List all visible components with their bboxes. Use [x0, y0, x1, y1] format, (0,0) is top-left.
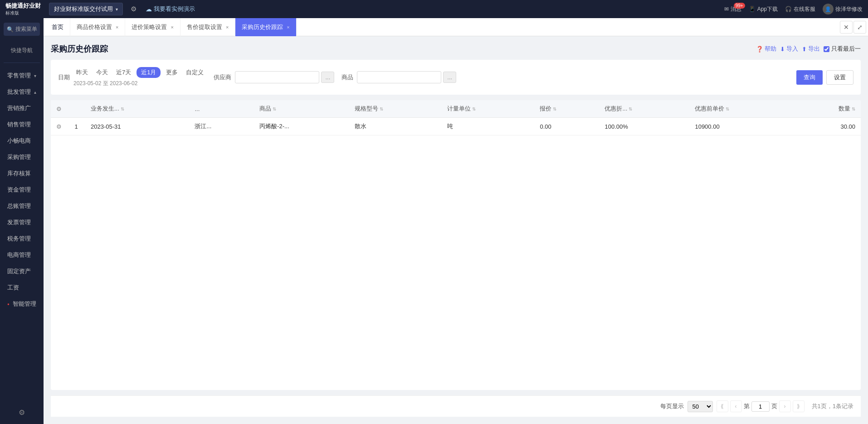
sidebar-item-smart-mgmt-label: 智能管理 [13, 300, 36, 308]
only-last-checkbox[interactable] [824, 46, 829, 52]
tab-price-settings[interactable]: 商品价格设置 × [70, 18, 125, 36]
table-row: ⚙ 1 2023-05-31 浙江... 丙烯酸-2-... 散水 吨 0.00… [51, 118, 861, 135]
date-opt-more[interactable]: 更多 [163, 67, 180, 78]
product-selector[interactable]: 好业财标准版交付试用 ▾ [49, 3, 123, 15]
online-service-item[interactable]: 🎧 在线客服 [785, 5, 815, 13]
search-menu-button[interactable]: 🔍 搜索菜单 [4, 23, 40, 36]
export-link[interactable]: ⬆ 导出 [802, 45, 820, 53]
sidebar-item-marketing[interactable]: 营销推广 [4, 100, 40, 116]
table-header: ⚙ 业务发生...⇅ ... 商品⇅ 规格型号⇅ 计量单位⇅ 报价⇅ 优惠折..… [51, 100, 861, 118]
sidebar-item-sales[interactable]: 销售管理 [4, 116, 40, 133]
page-prev-button[interactable]: ‹ [730, 400, 742, 412]
supplier-more-button[interactable]: ... [321, 72, 334, 83]
tab-history-price-close[interactable]: × [287, 24, 289, 30]
sidebar-item-finance[interactable]: 资金管理 [4, 182, 40, 198]
date-options: 昨天 今天 近7天 近1月 更多 自定义 2023-05-02 至 2023-0… [73, 67, 206, 87]
app-download-label: App下载 [757, 5, 778, 13]
tab-sale-price-close[interactable]: × [226, 24, 229, 30]
supplier-input-group: ... [235, 71, 334, 83]
sort-icon-price[interactable]: ⇅ [553, 106, 556, 111]
row-product: 丙烯酸-2-... [254, 118, 349, 135]
sidebar-settings-button[interactable]: ⚙ [4, 405, 40, 420]
sidebar-item-ecommerce-small[interactable]: 小畅电商 [4, 133, 40, 149]
import-link[interactable]: ⬇ 导入 [780, 45, 798, 53]
tab-home[interactable]: 首页 [45, 18, 70, 36]
settings-button[interactable]: 设置 [826, 70, 853, 85]
sort-icon-spec[interactable]: ⇅ [380, 106, 383, 111]
sidebar-item-retail[interactable]: 零售管理 ▾ [4, 67, 40, 84]
sort-icon-quantity[interactable]: ⇅ [852, 106, 855, 111]
only-last-checkbox-label[interactable]: 只看最后一 [824, 45, 861, 53]
app-download-item[interactable]: 📱 App下载 [749, 5, 778, 13]
col-price-header[interactable]: 报价⇅ [534, 100, 599, 118]
product-more-button[interactable]: ... [443, 72, 456, 83]
chevron-up-icon: ▴ [34, 90, 36, 95]
date-opt-today[interactable]: 今天 [93, 67, 111, 78]
sort-icon-product[interactable]: ⇅ [273, 106, 276, 111]
tab-price-settings-close[interactable]: × [116, 24, 118, 30]
row-gear[interactable]: ⚙ [51, 118, 67, 135]
sidebar-item-inventory[interactable]: 库存核算 [4, 165, 40, 182]
tab-purchase-strategy-close[interactable]: × [171, 24, 173, 30]
date-opt-last7[interactable]: 近7天 [113, 67, 134, 78]
tab-history-price[interactable]: 采购历史价跟踪 × [235, 18, 296, 36]
help-link[interactable]: ❓ 帮助 [756, 45, 776, 53]
top-bar-right: ✉ 消息 99+ 📱 App下载 🎧 在线客服 👤 徐泽华修改 [724, 4, 863, 14]
page-first-button[interactable]: ⟪ [717, 400, 728, 412]
col-pre-discount-price-header[interactable]: 优惠前单价⇅ [689, 100, 795, 118]
sidebar-item-accounting[interactable]: 总账管理 [4, 198, 40, 214]
sidebar-search-area: 🔍 搜索菜单 [0, 18, 44, 40]
page-last-button[interactable]: ⟫ [793, 400, 805, 412]
chevron-down-icon: ▾ [34, 73, 36, 78]
tab-sale-price[interactable]: 售价提取设置 × [180, 18, 235, 36]
col-unit-header[interactable]: 计量单位⇅ [442, 100, 534, 118]
date-filter-group: 日期 昨天 今天 近7天 近1月 更多 自定义 2023-05-02 至 202… [58, 67, 206, 87]
tab-purchase-strategy[interactable]: 进价策略设置 × [125, 18, 180, 36]
sidebar-item-fixed-assets[interactable]: 固定资产 [4, 263, 40, 279]
demo-link[interactable]: 我要看实例演示 [146, 5, 195, 13]
mobile-icon: 📱 [749, 6, 756, 12]
data-table: ⚙ 业务发生...⇅ ... 商品⇅ 规格型号⇅ 计量单位⇅ 报价⇅ 优惠折..… [51, 100, 861, 135]
col-more-header[interactable]: ... [189, 100, 254, 118]
row-price: 0.00 [534, 118, 599, 135]
date-opt-last1m[interactable]: 近1月 [137, 67, 161, 78]
sort-icon-biz-date[interactable]: ⇅ [121, 106, 124, 111]
col-gear-header[interactable]: ⚙ [51, 100, 67, 118]
supplier-input[interactable] [235, 71, 319, 83]
sidebar-item-smart-mgmt[interactable]: 智能管理 [4, 296, 40, 312]
filter-actions: 查询 设置 [796, 70, 853, 85]
col-quantity-header[interactable]: 数量⇅ [796, 100, 861, 118]
page-label: 第 [744, 402, 750, 410]
page-next-button[interactable]: › [779, 400, 791, 412]
sidebar-item-purchase[interactable]: 采购管理 [4, 149, 40, 165]
page-suffix: 页 [771, 402, 777, 410]
col-discount-rate-header[interactable]: 优惠折...⇅ [599, 100, 689, 118]
product-input[interactable] [357, 71, 441, 83]
sidebar-item-invoice[interactable]: 发票管理 [4, 214, 40, 231]
sort-icon-unit[interactable]: ⇅ [472, 106, 476, 111]
col-biz-date-header[interactable]: 业务发生...⇅ [85, 100, 189, 118]
page-size-select[interactable]: 10 20 50 100 [688, 401, 713, 412]
page-title: 采购历史价跟踪 [51, 43, 108, 54]
sidebar-item-ecommerce[interactable]: 电商管理 [4, 247, 40, 263]
user-info[interactable]: 👤 徐泽华修改 [823, 4, 863, 14]
content-area: 首页 商品价格设置 × 进价策略设置 × 售价提取设置 × 采购历史价跟踪 × … [44, 18, 868, 424]
tab-maximize-button[interactable]: ⤢ [853, 21, 866, 34]
date-opt-yesterday[interactable]: 昨天 [73, 67, 91, 78]
sidebar-item-tax[interactable]: 税务管理 [4, 231, 40, 247]
sidebar-item-payroll[interactable]: 工资 [4, 279, 40, 296]
sort-icon-discount-rate[interactable]: ⇅ [629, 106, 632, 111]
page-input[interactable] [751, 401, 770, 412]
col-product-header[interactable]: 商品⇅ [254, 100, 349, 118]
message-icon-item[interactable]: ✉ 消息 99+ [724, 5, 741, 13]
import-label: 导入 [786, 45, 798, 53]
sort-icon-pre-discount[interactable]: ⇅ [726, 106, 729, 111]
col-spec-header[interactable]: 规格型号⇅ [349, 100, 442, 118]
sidebar-item-quick-nav[interactable]: 快捷导航 [3, 43, 41, 58]
tab-close-button[interactable]: ✕ [840, 21, 853, 34]
product-filter-label: 商品 [341, 73, 353, 82]
date-opt-custom[interactable]: 自定义 [183, 67, 206, 78]
sidebar-item-wholesale[interactable]: 批发管理 ▴ [4, 84, 40, 100]
query-button[interactable]: 查询 [796, 70, 823, 85]
settings-icon[interactable]: ⚙ [127, 3, 139, 15]
